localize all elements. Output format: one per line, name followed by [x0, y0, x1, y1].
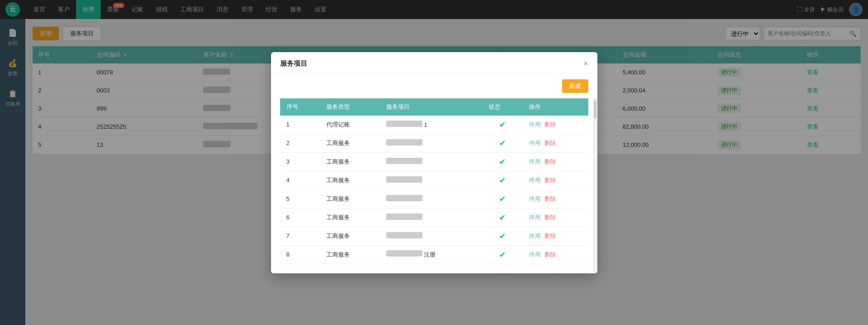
- modal-title: 服务项目: [280, 59, 307, 68]
- disable-action[interactable]: 停用: [529, 195, 541, 202]
- modal-overlay[interactable]: 服务项目 × 新建 序号服务类型服务项目状态操作 1代理记账 1✔停用删除2工商…: [0, 0, 868, 325]
- modal-cell-seq: 7: [280, 227, 320, 245]
- modal-cell-actions: 停用删除: [523, 134, 588, 152]
- status-check-icon: ✔: [489, 120, 516, 130]
- delete-action[interactable]: 删除: [544, 177, 556, 184]
- modal-close-button[interactable]: ×: [583, 59, 588, 68]
- modal-table-row: 8工商服务 注册✔停用删除: [280, 245, 588, 264]
- delete-action[interactable]: 删除: [544, 158, 556, 165]
- blurred-item: [386, 158, 422, 164]
- modal-col-2: 服务项目: [380, 98, 482, 116]
- modal-cell-item: 注册: [380, 245, 482, 264]
- modal-cell-item: [380, 134, 482, 152]
- modal-cell-type: 代理记账: [320, 116, 380, 134]
- modal-cell-item: 1: [380, 116, 482, 134]
- modal-cell-seq: 2: [280, 134, 320, 152]
- modal-table-row: 5工商服务✔停用删除: [280, 189, 588, 208]
- modal-cell-seq: 5: [280, 189, 320, 208]
- modal-table-row: 3工商服务✔停用删除: [280, 152, 588, 171]
- modal-body: 序号服务类型服务项目状态操作 1代理记账 1✔停用删除2工商服务✔停用删除3工商…: [271, 98, 597, 273]
- modal-table-row: 2工商服务✔停用删除: [280, 134, 588, 152]
- modal-table-row: 4工商服务✔停用删除: [280, 171, 588, 189]
- status-check-icon: ✔: [489, 194, 516, 204]
- delete-action[interactable]: 删除: [544, 251, 556, 258]
- modal-table-row: 7工商服务✔停用删除: [280, 227, 588, 245]
- disable-action[interactable]: 停用: [529, 251, 541, 258]
- delete-action[interactable]: 删除: [544, 121, 556, 128]
- blurred-item: [386, 213, 422, 220]
- modal-cell-actions: 停用删除: [523, 208, 588, 227]
- modal-cell-status: ✔: [482, 245, 523, 264]
- modal-cell-status: ✔: [482, 116, 523, 134]
- disable-action[interactable]: 停用: [529, 177, 541, 184]
- modal-table-row: 6工商服务✔停用删除: [280, 208, 588, 227]
- scrollbar-thumb[interactable]: [594, 100, 596, 118]
- blurred-item: [386, 232, 422, 238]
- modal-table-row: 1代理记账 1✔停用删除: [280, 116, 588, 134]
- modal-cell-status: ✔: [482, 227, 523, 245]
- item-suffix: 1: [422, 121, 427, 128]
- modal-cell-item: [380, 189, 482, 208]
- blurred-item: [386, 195, 422, 201]
- modal-col-1: 服务类型: [320, 98, 380, 116]
- disable-action[interactable]: 停用: [529, 140, 541, 146]
- delete-action[interactable]: 删除: [544, 233, 556, 239]
- modal-cell-seq: 1: [280, 116, 320, 134]
- modal-cell-status: ✔: [482, 171, 523, 189]
- modal-table-header: 序号服务类型服务项目状态操作: [280, 98, 588, 116]
- status-check-icon: ✔: [489, 175, 516, 185]
- item-suffix: 注册: [422, 251, 436, 258]
- modal-cell-item: [380, 152, 482, 171]
- modal-cell-seq: 6: [280, 208, 320, 227]
- modal-toolbar: 新建: [271, 74, 597, 98]
- modal-new-button[interactable]: 新建: [562, 79, 588, 93]
- modal-cell-item: [380, 171, 482, 189]
- modal-cell-status: ✔: [482, 134, 523, 152]
- blurred-item: [386, 176, 422, 183]
- modal-header: 服务项目 ×: [271, 52, 597, 74]
- disable-action[interactable]: 停用: [529, 233, 541, 239]
- modal-cell-actions: 停用删除: [523, 152, 588, 171]
- scrollbar-track: [593, 98, 597, 273]
- modal-cell-status: ✔: [482, 208, 523, 227]
- modal-cell-actions: 停用删除: [523, 116, 588, 134]
- modal-table-body: 1代理记账 1✔停用删除2工商服务✔停用删除3工商服务✔停用删除4工商服务✔停用…: [280, 116, 588, 264]
- disable-action[interactable]: 停用: [529, 158, 541, 165]
- modal-cell-actions: 停用删除: [523, 245, 588, 264]
- modal-cell-actions: 停用删除: [523, 171, 588, 189]
- status-check-icon: ✔: [489, 213, 516, 223]
- delete-action[interactable]: 删除: [544, 195, 556, 202]
- blurred-item: [386, 139, 422, 146]
- modal-cell-type: 工商服务: [320, 245, 380, 264]
- delete-action[interactable]: 删除: [544, 140, 556, 146]
- modal-cell-type: 工商服务: [320, 227, 380, 245]
- status-check-icon: ✔: [489, 157, 516, 167]
- status-check-icon: ✔: [489, 138, 516, 148]
- modal-cell-type: 工商服务: [320, 134, 380, 152]
- blurred-item: [386, 250, 422, 257]
- modal-cell-actions: 停用删除: [523, 189, 588, 208]
- modal-col-4: 操作: [523, 98, 588, 116]
- modal-cell-type: 工商服务: [320, 189, 380, 208]
- status-check-icon: ✔: [489, 231, 516, 241]
- modal-cell-type: 工商服务: [320, 208, 380, 227]
- service-items-modal: 服务项目 × 新建 序号服务类型服务项目状态操作 1代理记账 1✔停用删除2工商…: [271, 52, 597, 273]
- modal-col-0: 序号: [280, 98, 320, 116]
- modal-cell-item: [380, 208, 482, 227]
- modal-cell-type: 工商服务: [320, 152, 380, 171]
- disable-action[interactable]: 停用: [529, 121, 541, 128]
- modal-cell-seq: 3: [280, 152, 320, 171]
- modal-cell-seq: 4: [280, 171, 320, 189]
- modal-col-3: 状态: [482, 98, 523, 116]
- disable-action[interactable]: 停用: [529, 214, 541, 221]
- modal-cell-actions: 停用删除: [523, 227, 588, 245]
- modal-table: 序号服务类型服务项目状态操作 1代理记账 1✔停用删除2工商服务✔停用删除3工商…: [280, 98, 588, 264]
- blurred-item: [386, 121, 422, 127]
- modal-cell-item: [380, 227, 482, 245]
- modal-cell-status: ✔: [482, 152, 523, 171]
- status-check-icon: ✔: [489, 250, 516, 260]
- modal-cell-seq: 8: [280, 245, 320, 264]
- modal-cell-status: ✔: [482, 189, 523, 208]
- modal-cell-type: 工商服务: [320, 171, 380, 189]
- delete-action[interactable]: 删除: [544, 214, 556, 221]
